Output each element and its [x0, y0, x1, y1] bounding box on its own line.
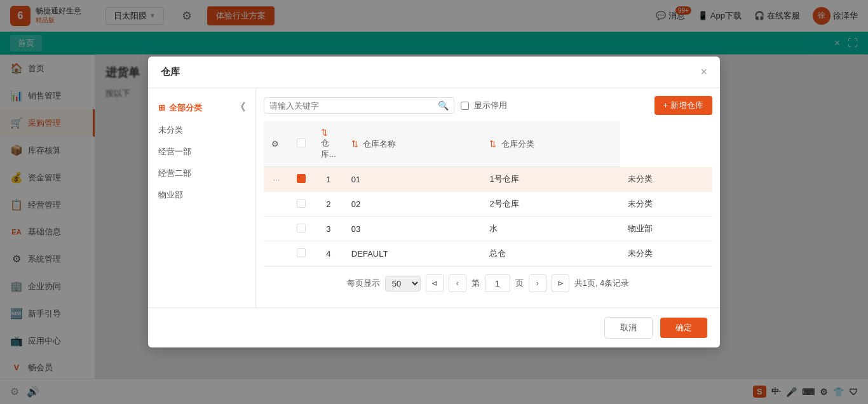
total-info: 共1页, 4条记录: [574, 278, 630, 289]
next-page-button[interactable]: ›: [529, 274, 546, 292]
category-panel: ⊞ 全部分类 《 未分类 经营一部 经营二部 物业部: [148, 88, 256, 307]
page-unit: 页: [515, 278, 524, 289]
row-checkbox-cell[interactable]: [289, 167, 313, 192]
show-disabled-checkbox-label[interactable]: 显示停用: [461, 100, 507, 111]
sort-icon-category: ⇅: [489, 139, 496, 149]
row-num: 2: [313, 192, 344, 217]
row-name: 1号仓库: [482, 167, 620, 192]
row-category: 未分类: [620, 192, 712, 217]
table-container: ⚙ ⇅ 仓库... ⇅: [264, 121, 712, 266]
row-num: 3: [313, 217, 344, 241]
row-checkbox-cell[interactable]: [289, 192, 313, 217]
warehouse-modal: 仓库 × ⊞ 全部分类 《 未分类 经营一部 经营二部 物业部: [148, 57, 720, 347]
confirm-button[interactable]: 确定: [660, 318, 707, 338]
row-category: 物业部: [620, 217, 712, 241]
cancel-button[interactable]: 取消: [604, 317, 653, 339]
row-code: 01: [344, 167, 482, 192]
last-page-button[interactable]: ⊳: [552, 274, 569, 292]
search-box: 🔍: [264, 97, 454, 114]
row-category: 未分类: [620, 167, 712, 192]
sort-icon-name: ⇅: [351, 139, 358, 149]
row-checkbox[interactable]: [297, 248, 306, 257]
row-checkbox-cell[interactable]: [289, 241, 313, 266]
category-item-unclassified[interactable]: 未分类: [148, 119, 255, 141]
category-item-ops1[interactable]: 经营一部: [148, 141, 255, 163]
col-name[interactable]: ⇅ 仓库名称: [344, 121, 482, 167]
category-collapse-button[interactable]: 《: [235, 101, 245, 114]
row-code: DEFAULT: [344, 241, 482, 266]
table-row[interactable]: ··· 1 01 1号仓库 未分类: [264, 167, 712, 192]
modal-close-button[interactable]: ×: [700, 65, 707, 79]
prev-page-button[interactable]: ‹: [449, 274, 466, 292]
table-body: ··· 1 01 1号仓库 未分类 2 02 2号仓库 未分类: [264, 167, 712, 266]
row-num: 1: [313, 167, 344, 192]
table-row[interactable]: 2 02 2号仓库 未分类: [264, 192, 712, 217]
category-all-label: 全部分类: [169, 102, 202, 114]
modal-header: 仓库 ×: [148, 57, 720, 88]
search-icon[interactable]: 🔍: [438, 100, 449, 111]
table-row[interactable]: 3 03 水 物业部: [264, 217, 712, 241]
modal-overlay: 仓库 × ⊞ 全部分类 《 未分类 经营一部 经营二部 物业部: [0, 0, 868, 404]
modal-body: ⊞ 全部分类 《 未分类 经营一部 经营二部 物业部 🔍: [148, 88, 720, 307]
per-page-select[interactable]: 50 100 200: [385, 276, 421, 292]
row-checkbox[interactable]: [297, 224, 306, 232]
category-item-ops2[interactable]: 经营二部: [148, 163, 255, 184]
pagination-bar: 每页显示 50 100 200 ⊲ ‹ 第 页 › ⊳ 共1页, 4条记录: [264, 266, 712, 300]
first-page-button[interactable]: ⊲: [426, 274, 444, 292]
table-toolbar: 🔍 显示停用 + 新增仓库: [264, 96, 712, 115]
add-warehouse-button[interactable]: + 新增仓库: [654, 96, 712, 115]
warehouse-table: ⚙ ⇅ 仓库... ⇅: [264, 121, 712, 266]
row-more-icon[interactable]: ···: [273, 175, 280, 184]
col-category[interactable]: ⇅ 仓库分类: [482, 121, 620, 167]
table-header: ⚙ ⇅ 仓库... ⇅: [264, 121, 712, 167]
row-actions[interactable]: [264, 217, 289, 241]
row-actions[interactable]: ···: [264, 167, 289, 192]
row-actions[interactable]: [264, 192, 289, 217]
row-num: 4: [313, 241, 344, 266]
row-name: 水: [482, 217, 620, 241]
col-code[interactable]: ⇅ 仓库...: [313, 121, 344, 167]
table-panel: 🔍 显示停用 + 新增仓库 ⚙: [256, 88, 720, 307]
row-checkbox-cell[interactable]: [289, 217, 313, 241]
show-disabled-text: 显示停用: [474, 100, 507, 111]
modal-title: 仓库: [161, 66, 180, 78]
row-checkbox[interactable]: [297, 199, 306, 208]
row-code: 03: [344, 217, 482, 241]
page-label: 第: [471, 278, 480, 289]
row-code: 02: [344, 192, 482, 217]
category-all[interactable]: ⊞ 全部分类 《: [148, 96, 255, 119]
show-disabled-checkbox[interactable]: [461, 102, 469, 110]
gear-header-icon[interactable]: ⚙: [271, 139, 279, 149]
category-item-property[interactable]: 物业部: [148, 184, 255, 206]
row-name: 2号仓库: [482, 192, 620, 217]
per-page-label: 每页显示: [347, 278, 380, 289]
row-checkbox[interactable]: [297, 174, 306, 183]
row-category: 未分类: [620, 241, 712, 266]
row-actions[interactable]: [264, 241, 289, 266]
page-input[interactable]: [485, 274, 510, 292]
search-input[interactable]: [269, 101, 438, 111]
modal-footer: 取消 确定: [148, 307, 720, 347]
select-all-checkbox[interactable]: [297, 138, 306, 147]
category-grid-icon: ⊞: [158, 103, 165, 112]
sort-icon-code: ⇅: [321, 128, 328, 137]
table-row[interactable]: 4 DEFAULT 总仓 未分类: [264, 241, 712, 266]
col-gear: ⚙: [264, 121, 289, 167]
col-checkbox: [289, 121, 313, 167]
row-name: 总仓: [482, 241, 620, 266]
